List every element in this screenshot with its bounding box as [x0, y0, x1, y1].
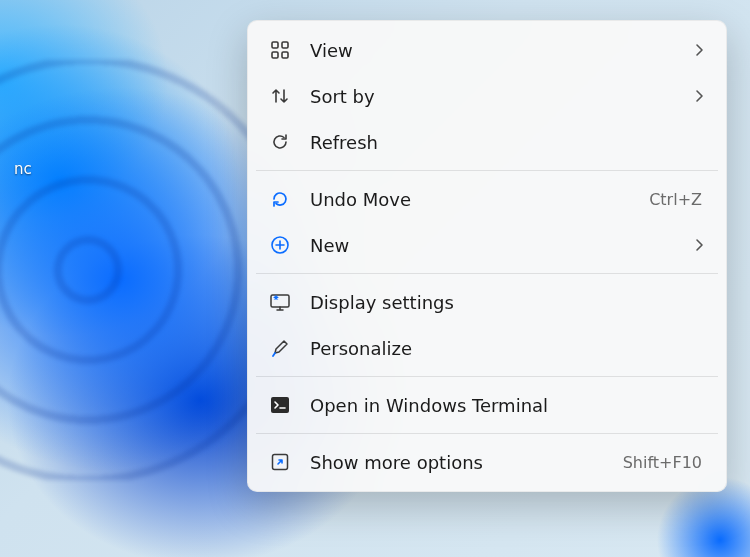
svg-rect-5 [271, 295, 289, 307]
refresh-icon [268, 132, 292, 152]
menu-separator [256, 170, 718, 171]
sort-icon [268, 86, 292, 106]
menu-separator [256, 376, 718, 377]
chevron-right-icon [692, 43, 706, 57]
menu-separator [256, 273, 718, 274]
menu-item-label: View [310, 40, 692, 61]
desktop-context-menu: View Sort by [247, 20, 727, 492]
chevron-right-icon [692, 238, 706, 252]
menu-item-label: Personalize [310, 338, 706, 359]
menu-item-label: New [310, 235, 692, 256]
svg-rect-0 [272, 42, 278, 48]
chevron-right-icon [692, 89, 706, 103]
menu-item-label: Refresh [310, 132, 706, 153]
menu-item-label: Undo Move [310, 189, 649, 210]
terminal-icon [268, 396, 292, 414]
svg-rect-1 [282, 42, 288, 48]
svg-rect-3 [282, 52, 288, 58]
menu-item-show-more-options[interactable]: Show more options Shift+F10 [254, 439, 720, 485]
menu-item-view[interactable]: View [254, 27, 720, 73]
menu-separator [256, 433, 718, 434]
menu-item-refresh[interactable]: Refresh [254, 119, 720, 165]
menu-item-shortcut: Ctrl+Z [649, 190, 702, 209]
more-options-icon [268, 452, 292, 472]
menu-item-open-terminal[interactable]: Open in Windows Terminal [254, 382, 720, 428]
menu-item-label: Open in Windows Terminal [310, 395, 706, 416]
svg-rect-2 [272, 52, 278, 58]
new-icon [268, 235, 292, 255]
menu-item-personalize[interactable]: Personalize [254, 325, 720, 371]
menu-item-undo-move[interactable]: Undo Move Ctrl+Z [254, 176, 720, 222]
menu-item-sort-by[interactable]: Sort by [254, 73, 720, 119]
undo-icon [268, 189, 292, 209]
personalize-icon [268, 338, 292, 358]
view-icon [268, 40, 292, 60]
menu-item-display-settings[interactable]: Display settings [254, 279, 720, 325]
menu-item-label: Display settings [310, 292, 706, 313]
desktop-icon-label-fragment: nc [14, 160, 32, 178]
desktop-background[interactable]: nc View [0, 0, 750, 557]
display-settings-icon [268, 292, 292, 312]
menu-item-new[interactable]: New [254, 222, 720, 268]
svg-rect-7 [271, 397, 289, 413]
menu-item-label: Sort by [310, 86, 692, 107]
menu-item-label: Show more options [310, 452, 623, 473]
menu-item-shortcut: Shift+F10 [623, 453, 702, 472]
